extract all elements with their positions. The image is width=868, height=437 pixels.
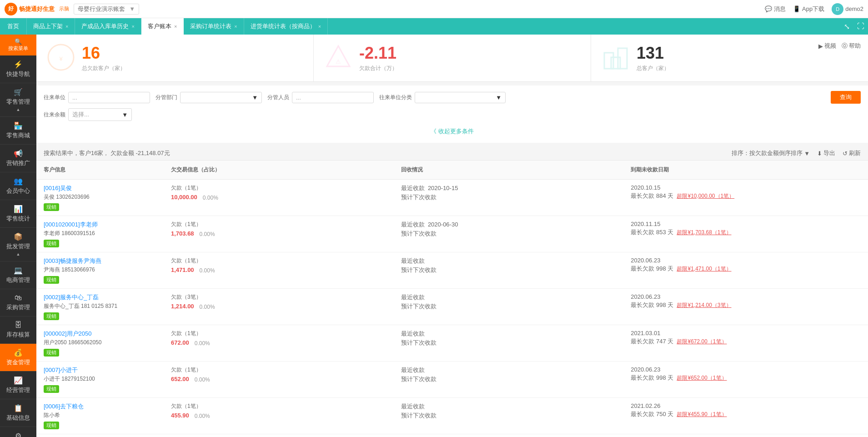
table-row: [000002]用户2050 用户2050 18665062050 现销 欠款（…	[36, 325, 868, 362]
table-row: [000001]龚思源 龚思源 13552700226 现销 欠款（1笔） 42…	[36, 434, 868, 437]
cell-recovery-4: 最近收款 预计下次收款	[401, 330, 631, 347]
refresh-button[interactable]: ↺ 刷新	[843, 149, 861, 157]
company-selector[interactable]: 母婴行业演示账套 ▼	[74, 4, 139, 15]
user-menu[interactable]: D demo2	[832, 3, 863, 15]
sidebar-item-member-center[interactable]: 👥 会员中心	[0, 172, 36, 200]
customer-name-5[interactable]: [0007]小进干	[44, 366, 171, 374]
tab-purchase-history[interactable]: 产成品入库单历史 ×	[75, 18, 141, 35]
tag-now-2: 现销	[44, 276, 59, 284]
th-due-date: 到期未收款日期	[631, 164, 861, 176]
overdue-link-4[interactable]: 超限¥672.00（1笔）	[677, 338, 727, 345]
cell-customer-2: [0003]畅捷服务尹海燕 尹海燕 18513066976 现销	[44, 257, 171, 284]
cell-recovery-3: 最近收款 预计下次收款	[401, 293, 631, 311]
filter-label-3: 分管人员	[267, 94, 289, 101]
customer-phone-1: 李老师 18600391516	[44, 230, 171, 237]
filter-customer-category: 往来单位分类 ▼	[379, 92, 506, 103]
cell-customer-0: [0016]吴俊 吴俊 13026203696 现销	[44, 184, 171, 211]
debt-ratio-1: 0.00%	[200, 231, 215, 237]
filter-select-balance[interactable]: 选择... ▼	[68, 108, 132, 121]
tab-close-goods-stats[interactable]: ×	[318, 24, 321, 29]
svg-rect-6	[611, 57, 620, 69]
help-button[interactable]: ⓪ 帮助	[842, 42, 861, 50]
tab-close-customer-account[interactable]: ×	[174, 24, 177, 29]
debt-count-1: 欠款（1笔）	[171, 221, 401, 228]
tab-customer-account[interactable]: 客户账本 ×	[141, 18, 184, 35]
debt-count-2: 欠款（1笔）	[171, 257, 401, 265]
filter-select-department[interactable]: ▼	[180, 92, 262, 103]
video-help-button[interactable]: ▶ 视频	[818, 42, 836, 50]
cell-debt-0: 欠款（1笔） 10,000.00 0.00%	[171, 184, 401, 201]
cell-debt-6: 欠款（1笔） 455.90 0.00%	[171, 402, 401, 419]
filter-label-2: 分管部门	[156, 94, 177, 101]
overdue-link-1[interactable]: 超限¥1,703.68（1笔）	[677, 229, 731, 236]
debt-amount-5: 652.00	[171, 376, 189, 382]
customer-name-6[interactable]: [0006]去下粮仓	[44, 402, 171, 411]
customer-name-0[interactable]: [0016]吴俊	[44, 184, 171, 192]
collapse-icon: 《	[431, 128, 437, 135]
stat-label-customers: 总欠款客户（家）	[82, 65, 125, 72]
table-row: [0006]去下粮仓 陈小希 现销 欠款（1笔） 455.90 0.00% 最近…	[36, 398, 868, 434]
cell-debt-3: 欠款（3笔） 1,214.00 0.00%	[171, 293, 401, 310]
tab-bar: 首页 商品上下架 × 产成品入库单历史 × 客户账本 × 采购订单统计表 × 进…	[0, 18, 868, 35]
debt-count-5: 欠款（1笔）	[171, 366, 401, 374]
debt-count-6: 欠款（1笔）	[171, 402, 401, 410]
tab-close-purchase-orders[interactable]: ×	[234, 24, 237, 29]
sidebar-item-retail-mgmt[interactable]: 🛒 零售管理 ▲	[0, 83, 36, 117]
overdue-link-0[interactable]: 超限¥10,000.00（1笔）	[677, 193, 734, 199]
tab-products-listing[interactable]: 商品上下架 ×	[27, 18, 75, 35]
debt-amount-2: 1,471.00	[171, 266, 194, 273]
sidebar-item-quick-nav[interactable]: ⚡ 快捷导航	[0, 55, 36, 83]
sidebar-item-basic-info[interactable]: 📋 基础信息	[0, 399, 36, 427]
filter-select-category[interactable]: ▼	[415, 92, 506, 103]
th-customer: 客户信息	[44, 164, 171, 176]
overdue-link-6[interactable]: 超限¥455.90（1笔）	[677, 411, 727, 417]
customer-phone-5: 小进干 18279152100	[44, 375, 171, 383]
sidebar-item-retail-stats[interactable]: 📊 零售统计	[0, 200, 36, 228]
search-button[interactable]: 查询	[831, 91, 861, 104]
sidebar-item-purchase-mgmt[interactable]: 🛍 采购管理	[0, 289, 36, 316]
table-row: [0001020001]李老师 李老师 18600391516 现销 欠款（1笔…	[36, 216, 868, 252]
sidebar-item-wholesale-mgmt[interactable]: 📦 批发管理 ▲	[0, 228, 36, 261]
data-table: 客户信息 欠交易信息（占比） 回收情况 到期未收款日期 [0016]吴俊 吴俊 …	[36, 161, 868, 437]
sidebar-item-finance[interactable]: 💰 资金管理	[0, 344, 36, 372]
filter-input-person[interactable]: ...	[292, 92, 374, 103]
customer-name-3[interactable]: [0002]服务中心_丁磊	[44, 293, 171, 301]
sidebar-item-ecommerce[interactable]: 💻 电商管理	[0, 261, 36, 289]
tab-home[interactable]: 首页	[0, 18, 27, 35]
app-title: 畅捷通好生意	[19, 5, 55, 13]
debt-ratio-6: 0.00%	[195, 413, 210, 419]
sidebar-search[interactable]: 🔍 搜索菜单	[0, 35, 36, 55]
tab-restore-button[interactable]: ⤡	[840, 22, 853, 31]
tab-close-purchase-history[interactable]: ×	[131, 24, 134, 29]
export-button[interactable]: ⬇ 导出	[817, 149, 835, 157]
sidebar-item-inventory[interactable]: 🗄 库存核算	[0, 316, 36, 344]
filter-input-customer-unit[interactable]: ...	[68, 92, 150, 103]
overdue-link-2[interactable]: 超限¥1,471.00（1笔）	[677, 266, 731, 272]
tab-close-products-listing[interactable]: ×	[65, 24, 68, 29]
sidebar-item-retail-store[interactable]: 🏪 零售商城	[0, 117, 36, 145]
collapse-more-button[interactable]: 《 收起更多条件	[44, 126, 861, 137]
stat-icon-debt: ⚠	[325, 44, 352, 72]
message-button[interactable]: 💬 消息	[765, 5, 786, 13]
customer-name-4[interactable]: [000002]用户2050	[44, 330, 171, 338]
customer-name-2[interactable]: [0003]畅捷服务尹海燕	[44, 257, 171, 265]
customer-name-1[interactable]: [0001020001]李老师	[44, 221, 171, 229]
cell-debt-5: 欠款（1笔） 652.00 0.00%	[171, 366, 401, 383]
app-download-button[interactable]: 📱 App下载	[793, 5, 824, 13]
cell-debt-1: 欠款（1笔） 1,703.68 0.00%	[171, 221, 401, 237]
overdue-link-3[interactable]: 超限¥1,214.00（3笔）	[677, 302, 731, 308]
result-actions: 排序：按欠款金额倒序排序 ▼ ⬇ 导出 ↺ 刷新	[732, 149, 861, 157]
tab-maximize-button[interactable]: ⛶	[853, 22, 868, 30]
sidebar-item-operations[interactable]: 📈 经营管理	[0, 372, 36, 399]
debt-amount-3: 1,214.00	[171, 303, 194, 310]
logo-area: 好 畅捷通好生意	[5, 3, 55, 15]
debt-ratio-0: 0.00%	[203, 195, 218, 201]
customer-phone-4: 用户2050 18665062050	[44, 339, 171, 347]
sidebar-item-marketing[interactable]: 📢 营销推广	[0, 145, 36, 172]
tab-goods-stats[interactable]: 进货单统计表（按商品） ×	[244, 18, 328, 35]
sidebar-item-system[interactable]: ⚙ 系统管理	[0, 427, 36, 437]
stat-value-total: 131	[637, 44, 669, 63]
stat-value-customers: 16	[82, 44, 125, 63]
tab-purchase-orders[interactable]: 采购订单统计表 ×	[184, 18, 244, 35]
overdue-link-5[interactable]: 超限¥652.00（1笔）	[677, 375, 727, 381]
